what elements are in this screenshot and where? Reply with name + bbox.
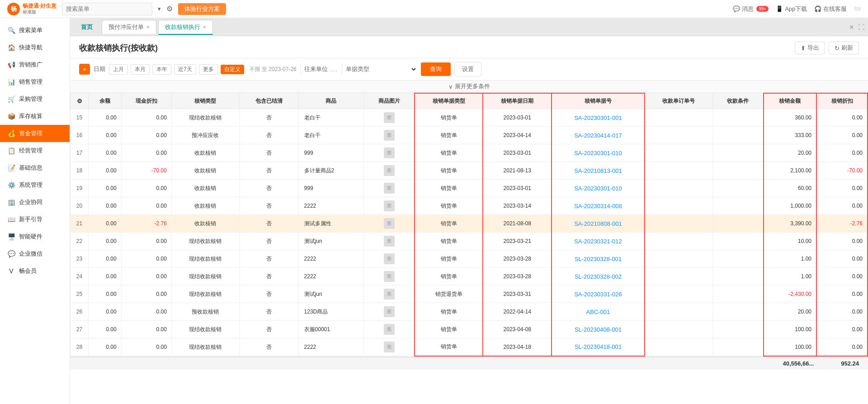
- voucher-no-cell[interactable]: SA-20230301-010: [552, 180, 645, 197]
- wechat-icon: 💬: [7, 250, 15, 258]
- settings-button[interactable]: 设置: [454, 62, 481, 76]
- balance-cell: 0.00: [89, 321, 122, 338]
- writeoff-amount-cell: 100.00: [764, 321, 816, 338]
- doc-type-select[interactable]: [372, 66, 417, 73]
- export-button[interactable]: ⬆ 导出: [795, 42, 825, 54]
- product-cell: 测试jun: [298, 233, 364, 250]
- voucher-no-link[interactable]: SA-20230301-010: [574, 150, 622, 157]
- tab-prepay-close[interactable]: ×: [146, 24, 150, 30]
- online-service-link[interactable]: 🎧 在线客服: [814, 5, 847, 13]
- voucher-no-link[interactable]: SA-20230301-010: [574, 185, 622, 192]
- voucher-no-link[interactable]: SL-20230328-001: [575, 256, 622, 262]
- sidebar-item-operations[interactable]: 📋 经营管理: [0, 142, 70, 159]
- voucher-no-link[interactable]: SA-20230321-012: [574, 238, 622, 245]
- sidebar-item-wechat[interactable]: 💬 企业微信: [0, 245, 70, 262]
- voucher-no-link[interactable]: SA-20230414-017: [574, 132, 622, 139]
- sidebar-item-search[interactable]: 🔍 搜索菜单: [0, 22, 70, 39]
- more-btn[interactable]: 更多: [199, 64, 218, 75]
- voucher-no-cell[interactable]: SA-20210808-001: [552, 215, 645, 233]
- voucher-no-cell[interactable]: SL-20230328-001: [552, 250, 645, 268]
- app-download-link[interactable]: 📱 App下载: [776, 5, 807, 13]
- writeoff-amount-cell: 1,000.00: [764, 197, 816, 215]
- sidebar-item-purchase[interactable]: 🛒 采购管理: [0, 90, 70, 108]
- tab-receipt-close[interactable]: ×: [203, 24, 206, 30]
- col-gear[interactable]: ⚙: [71, 93, 89, 109]
- voucher-no-link[interactable]: SA-20210808-001: [574, 220, 622, 227]
- voucher-no-cell[interactable]: SA-20230414-017: [552, 127, 645, 144]
- voucher-no-link[interactable]: SL-20230328-002: [575, 273, 622, 280]
- table-scroll[interactable]: ⚙ 余额 现金折扣 核销类型 包含已结清 商品 商品图片 核销单据类型 核销单据…: [70, 93, 868, 356]
- voucher-no-cell[interactable]: SA-20230301-001: [552, 109, 645, 127]
- this-year-btn[interactable]: 本年: [152, 64, 171, 75]
- sidebar-item-label: 基础信息: [19, 164, 42, 172]
- balance-cell: 0.00: [89, 233, 122, 250]
- sidebar-item-quicknav[interactable]: 🏠 快捷导航: [0, 39, 70, 56]
- query-button[interactable]: 查询: [421, 62, 451, 76]
- partner-label: 往来单位: [304, 65, 328, 73]
- voucher-no-link[interactable]: SA-20230301-001: [574, 114, 622, 121]
- notification-link[interactable]: 💬 消息 99+: [733, 5, 769, 13]
- writeoff-discount-cell: -2.76: [816, 215, 868, 233]
- sales-icon: 📊: [7, 78, 15, 86]
- gear-icon[interactable]: ⚙: [166, 5, 173, 13]
- search-input[interactable]: [62, 3, 152, 15]
- voucher-no-cell[interactable]: SA-20210813-001: [552, 162, 645, 180]
- refresh-button[interactable]: ↻ 刷新: [829, 42, 859, 54]
- cash-discount-cell: 0.00: [121, 180, 171, 197]
- writeoff-amount-cell: 360.00: [764, 109, 816, 127]
- voucher-no-cell[interactable]: SL-20230408-001: [552, 321, 645, 338]
- voucher-no-cell[interactable]: ABC-001: [552, 303, 645, 321]
- sidebar-item-basic[interactable]: 📝 基础信息: [0, 159, 70, 176]
- voucher-no-cell[interactable]: SA-20230314-008: [552, 197, 645, 215]
- filter-bar: » 日期 上月 本月 本年 近7天 更多 自定义 不限 至 2023-07-26…: [70, 58, 868, 81]
- writeoff-discount-cell: -70.00: [816, 162, 868, 180]
- expand-more-button[interactable]: ∨ 展开更多条件: [448, 82, 490, 90]
- tab-receipt-label: 收款核销执行: [165, 23, 200, 31]
- voucher-no-link[interactable]: ABC-001: [586, 309, 610, 315]
- sidebar-item-member[interactable]: V 畅会员: [0, 262, 70, 280]
- sidebar-item-system[interactable]: ⚙️ 系统管理: [0, 176, 70, 194]
- brand-line2: 标准版: [23, 10, 57, 15]
- sidebar-item-sales[interactable]: 📊 销售管理: [0, 73, 70, 90]
- sidebar-item-enterprise[interactable]: 🏢 企业协同: [0, 194, 70, 211]
- tab-prepay[interactable]: 预付冲应付单 ×: [102, 20, 156, 34]
- export-label: 导出: [807, 44, 819, 52]
- custom-date-btn[interactable]: 自定义: [221, 65, 244, 74]
- this-month-btn[interactable]: 本月: [131, 64, 150, 75]
- filter-expand-button[interactable]: »: [79, 64, 90, 75]
- hardware-icon: 🖥️: [7, 233, 15, 241]
- sidebar-item-marketing[interactable]: 📢 营销推广: [0, 56, 70, 73]
- voucher-no-cell[interactable]: SL-20230418-001: [552, 338, 645, 356]
- voucher-no-cell[interactable]: SL-20230328-002: [552, 268, 645, 285]
- sidebar-item-hardware[interactable]: 🖥️ 智能硬件: [0, 228, 70, 245]
- voucher-no-cell[interactable]: SA-20230331-026: [552, 285, 645, 303]
- voucher-no-cell[interactable]: SA-20230321-012: [552, 233, 645, 250]
- writeoff-amount-cell: 60.00: [764, 180, 816, 197]
- brand-line1: 畅捷通·好生意: [23, 3, 57, 9]
- voucher-no-link[interactable]: SL-20230408-001: [575, 326, 622, 333]
- sidebar-item-finance[interactable]: 💰 资金管理: [0, 125, 70, 142]
- writeoff-amount-cell: 1.00: [764, 250, 816, 268]
- voucher-no-link[interactable]: SL-20230418-001: [575, 343, 622, 350]
- search-dropdown[interactable]: ▾: [158, 5, 161, 12]
- include-settled-cell: 否: [239, 338, 298, 356]
- col-writeoff-amount: 核销金额: [764, 93, 816, 109]
- voucher-no-link[interactable]: SA-20230314-008: [574, 203, 622, 209]
- table-row: 20 0.00 0.00 收款核销 否 2222 图 销货单 2023-03-1…: [71, 197, 868, 215]
- notification-label: 消息: [742, 5, 754, 13]
- last-month-btn[interactable]: 上月: [109, 64, 128, 75]
- include-settled-cell: 否: [239, 303, 298, 321]
- voucher-no-link[interactable]: SA-20230331-026: [574, 291, 622, 298]
- sidebar-item-guide[interactable]: 📖 新手引导: [0, 211, 70, 228]
- purchase-icon: 🛒: [7, 95, 15, 103]
- tab-receipt[interactable]: 收款核销执行 ×: [158, 20, 213, 35]
- last7days-btn[interactable]: 近7天: [174, 64, 196, 75]
- solution-button[interactable]: 体验行业方案: [178, 3, 226, 15]
- close-window-btn[interactable]: ✕: [849, 24, 854, 31]
- doc-type-label: 单据类型: [346, 65, 369, 73]
- sidebar-item-inventory[interactable]: 📦 库存核算: [0, 108, 70, 125]
- tab-home[interactable]: 首页: [74, 23, 100, 31]
- voucher-no-link[interactable]: SA-20210813-001: [574, 167, 622, 174]
- voucher-no-cell[interactable]: SA-20230301-010: [552, 144, 645, 162]
- expand-window-btn[interactable]: ⛶: [858, 24, 864, 31]
